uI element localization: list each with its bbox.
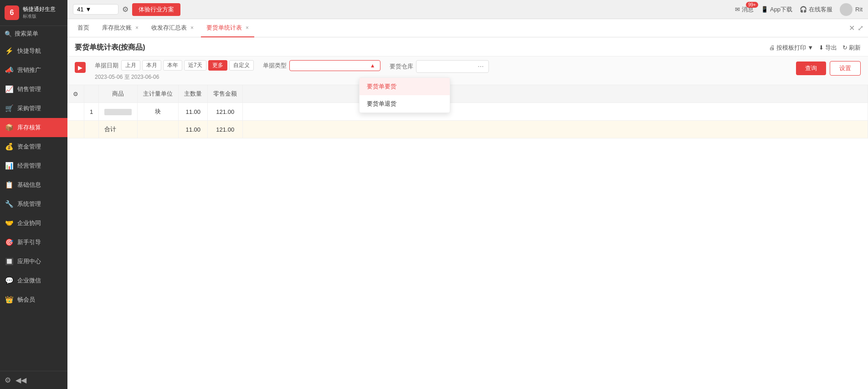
sidebar-item-operations[interactable]: 📊 经营管理 [0, 156, 67, 175]
tab-home[interactable]: 首页 [72, 19, 95, 37]
filter-warehouse-group: 要货仓库 ··· [390, 60, 489, 73]
tab-receive-summary[interactable]: 收发存汇总表 × [146, 19, 199, 37]
sidebar-item-appstore[interactable]: 🔲 应用中心 [0, 252, 67, 271]
footer-quantity: 11.00 [179, 121, 208, 138]
settings-gear-icon[interactable]: ⚙ [122, 5, 128, 14]
sidebar-item-purchase[interactable]: 🛒 采购管理 [0, 99, 67, 118]
sidebar-item-system[interactable]: 🔧 系统管理 [0, 194, 67, 214]
row-index: 1 [84, 103, 99, 121]
topbar-select[interactable]: 41 ▼ [73, 4, 118, 15]
table-row: 1 块 11.00 121.00 [67, 103, 868, 121]
footer-label: 合计 [99, 121, 138, 138]
tab-receive-summary-close[interactable]: × [190, 25, 194, 31]
this-year-btn[interactable]: 本年 [163, 60, 182, 71]
warehouse-label: 要货仓库 [390, 62, 413, 71]
query-btn[interactable]: 查询 [796, 61, 826, 75]
nav-icon-basic: 📋 [5, 180, 14, 189]
user-name: Rit [855, 6, 863, 13]
warehouse-more-icon[interactable]: ··· [478, 62, 483, 71]
nav-icon-enterprise: 🤝 [5, 219, 14, 228]
col-index [84, 85, 99, 103]
footer-empty2 [84, 121, 99, 138]
filter-date-group: 单据日期 上月 本月 本年 近7天 更多 自定义 2023-05-06 至 20… [95, 60, 254, 81]
tab-receive-summary-label: 收发存汇总表 [151, 24, 187, 32]
warehouse-select[interactable]: ··· [416, 60, 489, 73]
export-icon: ⬇ [819, 44, 824, 51]
nav-label-finance: 资金管理 [17, 143, 41, 151]
tab-close-all[interactable]: ✕ [849, 24, 855, 32]
nav-label-appstore: 应用中心 [17, 257, 41, 266]
tab-order-summary[interactable]: 要货单统计表 × [201, 19, 254, 37]
sidebar-item-marketing[interactable]: 📣 营销推广 [0, 61, 67, 80]
this-month-btn[interactable]: 本月 [142, 60, 161, 71]
last-month-btn[interactable]: 上月 [121, 60, 140, 71]
footer-empty3 [138, 121, 179, 138]
nav-icon-wechat: 💬 [5, 276, 14, 285]
col-unit: 主计量单位 [138, 85, 179, 103]
footer-retail-amount: 121.00 [208, 121, 243, 138]
avatar [840, 3, 853, 16]
nav-icon-purchase: 🛒 [5, 104, 14, 113]
row-extra [243, 103, 868, 121]
collapse-icon[interactable]: ◀◀ [15, 376, 26, 384]
sidebar-item-sales[interactable]: 📈 销售管理 [0, 80, 67, 99]
dropdown-item-order-goods[interactable]: 要货单要货 [360, 78, 450, 95]
nav-label-newbie: 新手引导 [17, 238, 41, 246]
sidebar-search[interactable]: 🔍 搜索菜单 [0, 26, 67, 41]
tabs-actions: ✕ ⤢ [849, 24, 863, 32]
sidebar-item-quick-nav[interactable]: ⚡ 快捷导航 [0, 41, 67, 61]
headset-icon: 🎧 [800, 6, 807, 13]
topbar-right: ✉ 消息 99+ 📱 App下载 🎧 在线客服 Rit [735, 3, 863, 16]
col-product: 商品 [99, 85, 138, 103]
last-7-btn[interactable]: 近7天 [184, 60, 206, 71]
tab-inventory-batch[interactable]: 库存批次账 × [97, 19, 144, 37]
app-download-btn[interactable]: 📱 App下载 [761, 5, 792, 14]
sidebar-item-inventory[interactable]: 📦 库存核算 [0, 118, 67, 137]
print-btn[interactable]: 🖨 按模板打印 ▼ [769, 44, 813, 52]
nav-icon-inventory: 📦 [5, 123, 14, 132]
nav-icon-quick-nav: ⚡ [5, 46, 14, 56]
industry-btn[interactable]: 体验行业方案 [132, 3, 180, 16]
settings-icon[interactable]: ⚙ [5, 376, 11, 384]
export-btn[interactable]: ⬇ 导出 [819, 44, 837, 52]
message-btn[interactable]: ✉ 消息 99+ [735, 5, 754, 14]
tab-order-summary-close[interactable]: × [246, 25, 249, 31]
sidebar-item-finance[interactable]: 💰 资金管理 [0, 137, 67, 156]
nav-label-system: 系统管理 [17, 200, 41, 208]
col-settings[interactable]: ⚙ [67, 85, 84, 103]
online-service-btn[interactable]: 🎧 在线客服 [800, 5, 832, 14]
nav-label-vip: 畅会员 [17, 296, 35, 304]
filter-row: ▶ 单据日期 上月 本月 本年 近7天 更多 自定义 2023-05-06 至 … [67, 56, 868, 85]
table-footer-row: 合计 11.00 121.00 [67, 121, 868, 138]
filter-buttons: 查询 设置 [796, 61, 861, 76]
sidebar-item-vip[interactable]: 👑 畅会员 [0, 290, 67, 309]
filter-expand-btn[interactable]: ▶ [75, 62, 86, 73]
order-type-select[interactable]: ▲ [289, 60, 380, 71]
sidebar-item-wechat[interactable]: 💬 企业微信 [0, 271, 67, 290]
tab-expand[interactable]: ⤢ [858, 24, 863, 32]
refresh-btn[interactable]: ↻ 刷新 [842, 44, 861, 52]
main-content: 41 ▼ ⚙ 体验行业方案 ✉ 消息 99+ 📱 App下载 🎧 在线客服 R [67, 0, 868, 389]
page-header: 要货单统计表(按商品) 🖨 按模板打印 ▼ ⬇ 导出 ↻ 刷新 [67, 37, 868, 56]
filter-type-group: 单据类型 ▲ [263, 60, 380, 71]
more-btn[interactable]: 更多 [208, 60, 227, 71]
page-actions: 🖨 按模板打印 ▼ ⬇ 导出 ↻ 刷新 [769, 44, 861, 52]
nav-icon-vip: 👑 [5, 295, 14, 304]
sidebar-item-enterprise[interactable]: 🤝 企业协同 [0, 214, 67, 233]
topbar-select-value: 41 [77, 6, 83, 13]
tab-inventory-batch-close[interactable]: × [135, 25, 139, 31]
user-area[interactable]: Rit [840, 3, 863, 16]
sidebar-search-label: 搜索菜单 [15, 30, 38, 38]
sidebar-item-newbie[interactable]: 🎯 新手引导 [0, 233, 67, 252]
refresh-icon: ↻ [842, 44, 847, 51]
print-icon: 🖨 [769, 44, 775, 51]
row-quantity: 11.00 [179, 103, 208, 121]
custom-btn[interactable]: 自定义 [229, 60, 254, 71]
settings-btn[interactable]: 设置 [830, 61, 861, 76]
dropdown-item-order-return[interactable]: 要货单退货 [360, 95, 450, 113]
product-name-blurred [104, 109, 132, 115]
refresh-label: 刷新 [849, 44, 861, 52]
logo-sub: 标准版 [23, 13, 56, 20]
print-expand-icon: ▼ [807, 44, 813, 51]
sidebar-item-basic[interactable]: 📋 基础信息 [0, 175, 67, 194]
